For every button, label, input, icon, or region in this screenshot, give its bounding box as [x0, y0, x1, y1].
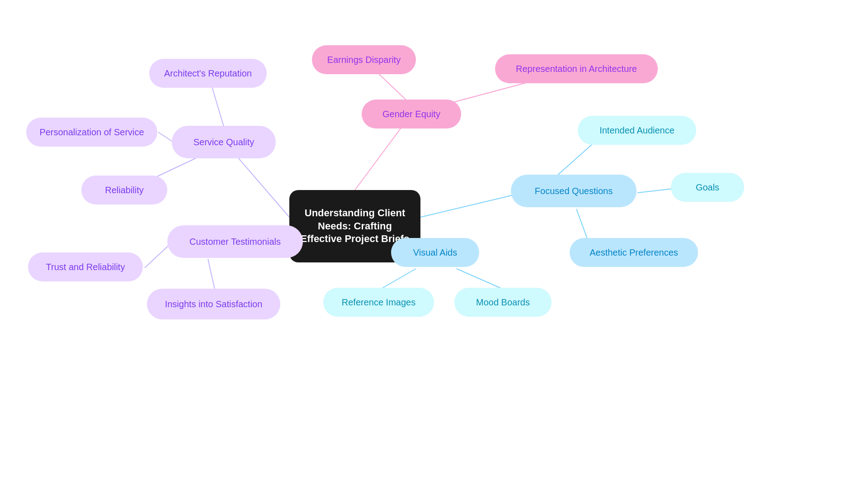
visual-aids-node: Visual Aids [391, 238, 479, 267]
aesthetic-preferences-node: Aesthetic Preferences [570, 238, 698, 267]
svg-line-12 [457, 269, 504, 290]
earnings-disparity-node: Earnings Disparity [312, 45, 416, 74]
trust-reliability-node: Trust and Reliability [28, 252, 143, 281]
gender-equity-node: Gender Equity [362, 100, 461, 128]
representation-node: Representation in Architecture [495, 54, 658, 83]
svg-line-15 [637, 189, 674, 193]
mood-boards-node: Mood Boards [454, 288, 552, 317]
insights-satisfaction-node: Insights into Satisfaction [147, 289, 280, 319]
svg-line-5 [158, 132, 172, 141]
goals-node: Goals [671, 173, 744, 202]
svg-line-11 [380, 269, 416, 290]
personalization-node: Personalization of Service [26, 118, 157, 147]
service-quality-node: Service Quality [172, 126, 276, 158]
architects-reputation-node: Architect's Reputation [149, 59, 267, 88]
customer-testimonials-node: Customer Testimonials [167, 225, 303, 258]
reliability-node: Reliability [81, 176, 167, 205]
svg-line-13 [420, 195, 515, 217]
intended-audience-node: Intended Audience [578, 116, 696, 145]
svg-line-16 [576, 209, 588, 240]
reference-images-node: Reference Images [323, 288, 434, 317]
svg-line-9 [208, 259, 215, 290]
focused-questions-node: Focused Questions [511, 175, 637, 207]
